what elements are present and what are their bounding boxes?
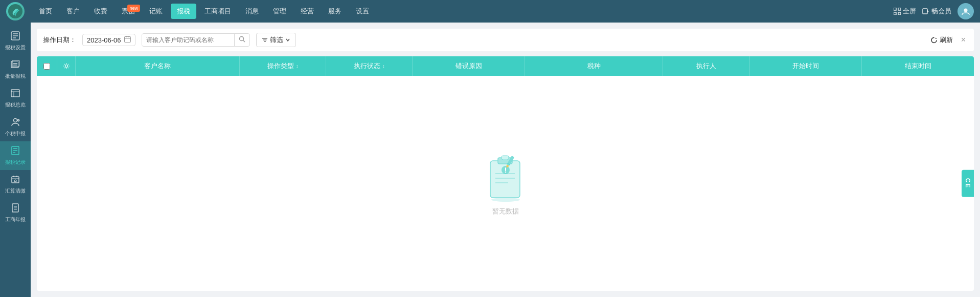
video-icon: [922, 8, 929, 15]
annual-report-icon: [10, 203, 20, 215]
filter-icon: [262, 37, 268, 43]
sort-icon-status: ↕: [382, 63, 385, 69]
svg-point-36: [239, 37, 243, 41]
th-tax-type: 税种: [525, 56, 663, 76]
svg-point-19: [14, 119, 17, 122]
sort-icon-op-type: ↕: [296, 63, 299, 69]
date-value: 2023-06-06: [87, 36, 121, 44]
nav-home[interactable]: 首页: [33, 4, 58, 19]
svg-rect-16: [11, 90, 19, 97]
th-status[interactable]: 执行状态 ↕: [326, 56, 413, 76]
empty-state: 暂无数据: [37, 76, 974, 291]
nav-manage[interactable]: 管理: [267, 4, 292, 19]
refresh-label: 刷新: [940, 35, 953, 45]
sidebar-label-tax-settings: 报税设置: [5, 44, 26, 51]
table-body: 暂无数据 CE: [37, 76, 974, 291]
personal-tax-icon: [10, 117, 20, 129]
th-settings[interactable]: [57, 56, 76, 76]
svg-point-54: [491, 198, 520, 202]
refresh-button[interactable]: 刷新: [931, 35, 953, 45]
nav-fee[interactable]: 收费: [88, 4, 113, 19]
date-label: 操作日期：: [43, 35, 76, 45]
chevron-down-icon: [285, 37, 290, 43]
empty-illustration: [480, 151, 531, 207]
sidebar-label-annual-report: 工商年报: [5, 216, 26, 223]
svg-rect-1: [894, 8, 896, 10]
svg-rect-32: [124, 37, 130, 43]
svg-rect-2: [898, 8, 901, 10]
sidebar-label-personal-tax: 个税申报: [5, 130, 26, 137]
search-box: [142, 33, 250, 47]
nav-service[interactable]: 服务: [322, 4, 348, 19]
nav-operation[interactable]: 经营: [294, 4, 320, 19]
toolbar: 操作日期： 2023-06-06: [37, 29, 974, 51]
search-button[interactable]: [234, 34, 249, 46]
svg-rect-4: [898, 12, 901, 15]
date-picker[interactable]: 2023-06-06: [82, 34, 135, 46]
sidebar-item-batch-tax[interactable]: 批量报税: [0, 55, 31, 84]
search-icon: [239, 36, 245, 43]
filter-button[interactable]: 筛选: [256, 33, 296, 47]
svg-point-7: [964, 9, 968, 12]
svg-rect-44: [502, 156, 509, 160]
th-executor: 执行人: [663, 56, 749, 76]
sidebar-label-tax-record: 报税记录: [5, 159, 26, 166]
ce-badge: CE: [962, 170, 974, 197]
svg-point-20: [17, 119, 19, 121]
sidebar-label-tax-overview: 报税总览: [5, 101, 26, 109]
new-badge: new: [127, 5, 140, 12]
th-customer-name: 客户名称: [76, 56, 240, 76]
svg-line-37: [243, 40, 245, 43]
member-button[interactable]: 畅会员: [922, 7, 951, 16]
sidebar-item-tax-overview[interactable]: 报税总览: [0, 84, 31, 113]
sidebar-item-settlement[interactable]: 汇算清缴: [0, 170, 31, 199]
nav-customer[interactable]: 客户: [60, 4, 86, 19]
svg-marker-6: [927, 10, 929, 12]
svg-point-50: [505, 172, 506, 173]
empty-text: 暂无数据: [492, 207, 519, 216]
sidebar-item-tax-record[interactable]: 报税记录: [0, 141, 31, 170]
th-error-reason: 错误原因: [413, 56, 525, 76]
nav-invoice[interactable]: 票据 new: [116, 4, 141, 19]
sidebar-label-batch-tax: 批量报税: [5, 73, 26, 80]
top-navigation: 首页 客户 收费 票据 new 记账 报税 工商项目 消息 管理 经营 服务 设…: [0, 0, 980, 23]
table-header: 客户名称 操作类型 ↕ 执行状态 ↕ 错误原因 税种 执行人 开始时间 结束时间: [37, 56, 974, 76]
svg-point-27: [14, 180, 16, 182]
settlement-icon: [10, 174, 20, 186]
sidebar-label-settlement: 汇算清缴: [5, 187, 26, 195]
nav-menu: 首页 客户 收费 票据 new 记账 报税 工商项目 消息 管理 经营 服务 设…: [33, 4, 894, 19]
tax-record-icon: [10, 145, 20, 157]
svg-rect-3: [894, 12, 896, 15]
nav-message[interactable]: 消息: [239, 4, 265, 19]
select-all-checkbox[interactable]: [43, 63, 50, 70]
settings-icon: [63, 62, 70, 70]
svg-rect-5: [923, 9, 927, 14]
fullscreen-button[interactable]: 全屏: [894, 7, 916, 16]
content-area: 操作日期： 2023-06-06: [31, 23, 980, 297]
fullscreen-icon: [894, 8, 901, 15]
sidebar-item-annual-report[interactable]: 工商年报: [0, 199, 31, 227]
th-end-time: 结束时间: [862, 56, 974, 76]
th-start-time: 开始时间: [750, 56, 862, 76]
nav-account[interactable]: 记账: [143, 4, 169, 19]
nav-business[interactable]: 工商项目: [198, 4, 237, 19]
close-button[interactable]: ×: [959, 35, 968, 45]
filter-label: 筛选: [270, 35, 283, 45]
th-op-type[interactable]: 操作类型 ↕: [240, 56, 326, 76]
sidebar-item-tax-settings[interactable]: 报税设置: [0, 27, 31, 55]
app-logo: [6, 2, 25, 20]
tax-overview-icon: [10, 88, 20, 100]
sidebar: 报税设置 批量报税 报税总览: [0, 23, 31, 297]
nav-settings[interactable]: 设置: [350, 4, 375, 19]
svg-point-41: [65, 65, 67, 68]
batch-tax-icon: [10, 59, 20, 71]
nav-tax[interactable]: 报税: [171, 4, 196, 19]
sidebar-item-personal-tax[interactable]: 个税申报: [0, 113, 31, 141]
top-nav-right: 全屏 畅会员: [894, 3, 974, 19]
user-icon: [961, 7, 970, 16]
refresh-icon: [931, 37, 938, 44]
search-input[interactable]: [142, 34, 234, 46]
avatar[interactable]: [958, 3, 974, 19]
th-checkbox[interactable]: [37, 56, 57, 76]
main-layout: 报税设置 批量报税 报税总览: [0, 23, 980, 297]
